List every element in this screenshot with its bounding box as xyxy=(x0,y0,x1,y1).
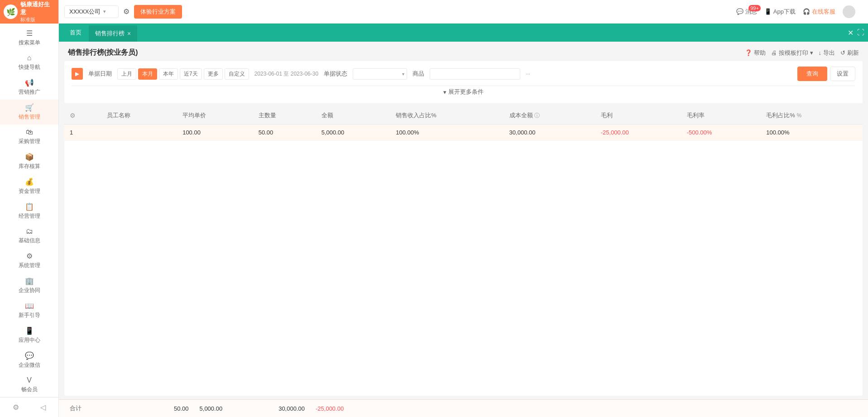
sidebar-item-5[interactable]: 📦库存核算 xyxy=(0,149,58,174)
goods-label: 商品 xyxy=(412,70,424,78)
sidebar-label-7: 经营管理 xyxy=(19,212,40,220)
sidebar-icon-4: 🛍 xyxy=(26,128,33,136)
sidebar-icon-12: 📱 xyxy=(25,326,34,335)
sidebar-item-6[interactable]: 💰资金管理 xyxy=(0,174,58,199)
last-month-btn[interactable]: 上月 xyxy=(117,68,136,80)
tab-close-all-icon[interactable]: ✕ xyxy=(848,29,854,37)
sidebar-label-13: 企业微信 xyxy=(19,361,40,369)
col-sales-pct: 销售收入占比% xyxy=(390,107,504,125)
cell-avg-price: 100.00 xyxy=(177,125,253,141)
table-header-row: ⚙ 员工名称 平均单价 主数量 全额 销售收入占比% 成本全额 ⓘ 毛利 毛利率 xyxy=(64,107,863,125)
sidebar: 🌿 畅康通好生意 标准版 ☰搜索菜单⌂快捷导航📢营销推广🛒销售管理🛍采购管理📦库… xyxy=(0,0,59,417)
brand-version: 标准版 xyxy=(20,16,55,23)
sidebar-label-1: 快捷导航 xyxy=(19,63,40,71)
page-header: 销售排行榜(按业务员) ❓ 帮助 🖨 按模板打印 ▾ ↓ 导出 ↺ 刷新 xyxy=(59,42,868,61)
last7days-btn[interactable]: 近7天 xyxy=(180,68,202,80)
cell-amount: 5,000.00 xyxy=(316,125,391,141)
sidebar-collapse-btn[interactable]: ◁ xyxy=(38,401,48,413)
col-gross-pct: 毛利占比% % xyxy=(761,107,863,125)
app-download-icon: 📱 xyxy=(764,8,772,15)
cell-index: 1 xyxy=(64,125,101,141)
settings-button[interactable]: 设置 xyxy=(830,67,855,81)
tab-maximize-icon[interactable]: ⛶ xyxy=(857,29,864,37)
col-name: 员工名称 xyxy=(101,107,177,125)
query-button[interactable]: 查询 xyxy=(797,67,827,81)
more-btn[interactable]: 更多 xyxy=(204,68,223,80)
cost-info-icon[interactable]: ⓘ xyxy=(534,112,540,119)
col-qty: 主数量 xyxy=(253,107,316,125)
sidebar-icon-0: ☰ xyxy=(26,29,33,38)
user-avatar[interactable] xyxy=(843,5,855,18)
sidebar-item-12[interactable]: 📱应用中心 xyxy=(0,323,58,348)
period-buttons: 上月 本月 本年 近7天 更多 自定义 xyxy=(117,68,249,80)
table-wrap: ⚙ 员工名称 平均单价 主数量 全额 销售收入占比% 成本全额 ⓘ 毛利 毛利率 xyxy=(64,107,863,396)
sidebar-item-9[interactable]: ⚙系统管理 xyxy=(0,248,58,273)
col-gross-rate: 毛利率 xyxy=(681,107,761,125)
gross-pct-info-icon[interactable]: % xyxy=(796,112,801,119)
tab-home[interactable]: 首页 xyxy=(62,24,89,42)
refresh-icon: ↺ xyxy=(840,49,845,56)
sidebar-item-3[interactable]: 🛒销售管理 xyxy=(0,100,58,125)
print-icon: 🖨 xyxy=(771,49,777,56)
topbar-app-btn[interactable]: 📱 App下载 xyxy=(764,8,796,16)
sidebar-label-3: 销售管理 xyxy=(19,113,40,121)
industry-button[interactable]: 体验行业方案 xyxy=(134,5,182,19)
date-range-label: 2023-06-01 至 2023-06-30 xyxy=(254,70,318,78)
tabbar-right: ✕ ⛶ xyxy=(848,24,864,42)
sidebar-icon-10: 🏢 xyxy=(25,277,34,285)
goods-input[interactable] xyxy=(430,68,520,80)
sidebar-item-4[interactable]: 🛍采购管理 xyxy=(0,125,58,149)
topbar-message-btn[interactable]: 💬 消息 99+ xyxy=(736,8,757,16)
logo-icon: 🌿 xyxy=(4,5,18,19)
print-chevron-icon: ▾ xyxy=(810,49,813,56)
this-month-btn[interactable]: 本月 xyxy=(138,68,157,80)
sidebar-item-10[interactable]: 🏢企业协同 xyxy=(0,273,58,298)
col-avg-price: 平均单价 xyxy=(177,107,253,125)
sidebar-label-5: 库存核算 xyxy=(19,163,40,170)
cell-name xyxy=(101,125,177,141)
tab-sales-ranking[interactable]: 销售排行榜 × xyxy=(89,25,137,42)
service-icon: 🎧 xyxy=(803,8,810,15)
topbar-service-btn[interactable]: 🎧 在线客服 xyxy=(803,8,835,16)
refresh-btn[interactable]: ↺ 刷新 xyxy=(840,49,859,57)
custom-btn[interactable]: 自定义 xyxy=(225,68,249,80)
sidebar-label-14: 畅会员 xyxy=(21,386,38,393)
topbar-settings-icon[interactable]: ⚙ xyxy=(123,7,129,16)
sidebar-label-2: 营销推广 xyxy=(19,88,40,96)
sidebar-item-13[interactable]: 💬企业微信 xyxy=(0,348,58,373)
col-settings[interactable]: ⚙ xyxy=(64,107,101,125)
sidebar-icon-5: 📦 xyxy=(25,153,34,161)
print-btn[interactable]: 🖨 按模板打印 ▾ xyxy=(771,49,813,57)
table-row: 1 100.00 50.00 5,000.00 100.00% 30,000.0… xyxy=(64,125,863,141)
col-settings-icon[interactable]: ⚙ xyxy=(70,112,76,119)
company-selector[interactable]: XXXXX公司 ▾ xyxy=(64,5,119,18)
topbar: XXXXX公司 ▾ ⚙ 体验行业方案 💬 消息 99+ 📱 App下载 🎧 在线… xyxy=(59,0,868,24)
footer-qty: 50.00 xyxy=(168,405,194,412)
status-select[interactable] xyxy=(353,68,407,80)
sidebar-item-14[interactable]: V畅会员 xyxy=(0,373,58,397)
this-year-btn[interactable]: 本年 xyxy=(159,68,178,80)
export-btn[interactable]: ↓ 导出 xyxy=(819,49,835,57)
sidebar-item-2[interactable]: 📢营销推广 xyxy=(0,75,58,100)
cell-sales-pct: 100.00% xyxy=(390,125,504,141)
sidebar-item-7[interactable]: 📋经营管理 xyxy=(0,199,58,224)
sidebar-item-11[interactable]: 📖新手引导 xyxy=(0,298,58,323)
sidebar-label-8: 基础信息 xyxy=(19,237,40,244)
main-area: XXXXX公司 ▾ ⚙ 体验行业方案 💬 消息 99+ 📱 App下载 🎧 在线… xyxy=(59,0,868,417)
sidebar-item-8[interactable]: 🗂基础信息 xyxy=(0,224,58,248)
filter-more-icon[interactable]: ··· xyxy=(526,71,530,77)
sidebar-settings-btn[interactable]: ⚙ xyxy=(11,401,21,413)
sidebar-item-0[interactable]: ☰搜索菜单 xyxy=(0,25,58,50)
cell-gross-pct: 100.00% xyxy=(761,125,863,141)
filter-row-1: ▶ 单据日期 上月 本月 本年 近7天 更多 自定义 2023-06-01 至 … xyxy=(72,67,855,81)
expand-more-btn[interactable]: ▾ 展开更多条件 xyxy=(72,86,855,98)
sidebar-label-10: 企业协同 xyxy=(19,287,40,294)
help-btn[interactable]: ❓ 帮助 xyxy=(745,49,766,57)
sidebar-item-1[interactable]: ⌂快捷导航 xyxy=(0,50,58,75)
col-amount: 全额 xyxy=(316,107,391,125)
tab-close-icon[interactable]: × xyxy=(127,30,131,37)
quick-expand-btn[interactable]: ▶ xyxy=(72,68,83,80)
topbar-right: 💬 消息 99+ 📱 App下载 🎧 在线客服 xyxy=(736,5,863,18)
sidebar-label-11: 新手引导 xyxy=(19,312,40,319)
footer-gross: -25,000.00 xyxy=(310,405,349,412)
